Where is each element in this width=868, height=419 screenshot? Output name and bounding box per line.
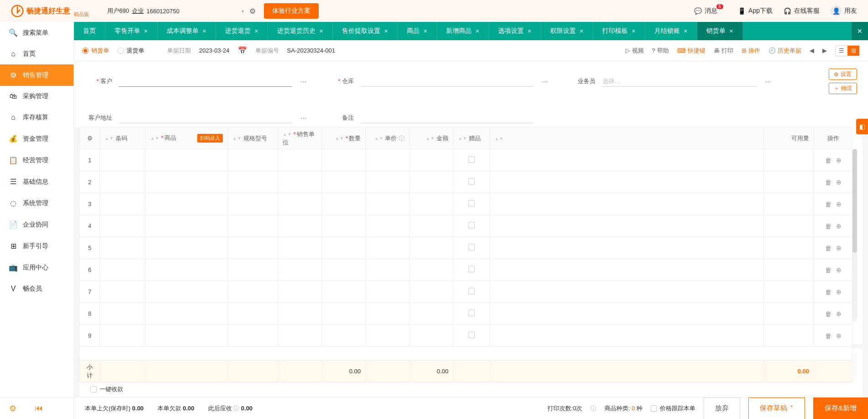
next-doc-button[interactable]: ▶ <box>822 47 827 54</box>
settings-icon[interactable]: ⚙ <box>9 403 16 414</box>
add-row-icon[interactable]: ⊕ <box>836 310 842 318</box>
tab-retail[interactable]: 零售开单✕ <box>105 22 158 40</box>
tab-price-extract[interactable]: 售价提取设置✕ <box>333 22 398 40</box>
close-icon[interactable]: ✕ <box>144 28 148 34</box>
gift-checkbox[interactable] <box>468 288 475 294</box>
table-row[interactable]: 4🗑⊕ <box>80 215 852 237</box>
customer-input[interactable] <box>119 76 292 87</box>
settings-button[interactable]: ⚙设置 <box>829 69 857 80</box>
gift-checkbox[interactable] <box>468 222 475 228</box>
save-and-new-button[interactable]: 保存&新增 <box>813 398 868 419</box>
sort-icon[interactable]: ▲▼ <box>335 137 344 140</box>
add-row-icon[interactable]: ⊕ <box>836 223 842 230</box>
tab-home[interactable]: 首页 <box>74 22 105 40</box>
scan-button[interactable]: 扫码录入 <box>197 134 223 143</box>
sidebar-item-system[interactable]: ◌系统管理 <box>0 192 74 214</box>
trash-icon[interactable]: 🗑 <box>825 201 831 208</box>
sidebar-item-sales[interactable]: ⚙销售管理 <box>0 64 74 86</box>
salesperson-input[interactable] <box>602 76 757 87</box>
sidebar-item-collab[interactable]: 📄企业协同 <box>0 214 74 235</box>
radio-sales-order[interactable]: 销货单 <box>82 47 109 55</box>
tenant-select[interactable]: 用户690企业1660120750 ▾ <box>107 7 244 15</box>
trash-icon[interactable]: 🗑 <box>825 266 831 274</box>
gift-checkbox[interactable] <box>468 156 475 163</box>
sidebar-item-home[interactable]: ⌂首页 <box>0 43 74 64</box>
ops-link[interactable]: ⊞ 操作 <box>742 47 760 55</box>
industry-cta-button[interactable]: 体验行业方案 <box>264 3 319 19</box>
add-row-icon[interactable]: ⊕ <box>836 179 842 186</box>
app-download-link[interactable]: 📱App下载 <box>738 7 773 15</box>
col-spec[interactable]: ▲▼规格型号 <box>228 127 278 149</box>
user-menu[interactable]: 👤用友 <box>831 5 857 16</box>
sort-icon[interactable]: ▲▼ <box>150 137 159 140</box>
table-row[interactable]: 5🗑⊕ <box>80 237 852 259</box>
tab-product[interactable]: 商品✕ <box>398 22 437 40</box>
collapse-icon[interactable]: ⏮ <box>35 403 43 414</box>
sidebar-item-appcenter[interactable]: 📺应用中心 <box>0 257 74 278</box>
lookup-icon[interactable]: ⋯ <box>299 78 308 85</box>
date-value[interactable]: 2023-03-24 <box>199 47 230 54</box>
gift-checkbox[interactable] <box>468 178 475 185</box>
table-row[interactable]: 9🗑⊕ <box>80 325 852 347</box>
lookup-icon[interactable]: ⋯ <box>763 78 773 85</box>
logistics-button[interactable]: ＋物流 <box>829 83 857 94</box>
trash-icon[interactable]: 🗑 <box>825 223 831 230</box>
sidebar-item-purchase[interactable]: 🛍采购管理 <box>0 86 74 107</box>
grid-view-icon[interactable]: ⊞ <box>847 46 859 56</box>
discard-button[interactable]: 放弃 <box>704 398 740 419</box>
gift-checkbox[interactable] <box>468 310 475 316</box>
close-icon[interactable]: ✕ <box>384 28 388 34</box>
list-view-icon[interactable]: ☰ <box>836 46 847 56</box>
col-qty[interactable]: ▲▼数量 <box>322 127 366 149</box>
gift-checkbox[interactable] <box>468 266 475 272</box>
sidebar-item-inventory[interactable]: ⌂库存核算 <box>0 107 74 128</box>
sidebar-item-basic[interactable]: ☰基础信息 <box>0 171 74 192</box>
gift-checkbox[interactable] <box>468 244 475 250</box>
save-draft-button[interactable]: 保存草稿˄ <box>748 398 805 419</box>
col-price[interactable]: ▲▼单价 ⓘ <box>366 127 410 149</box>
right-floating-tab[interactable]: ◧ <box>856 119 868 134</box>
gear-icon[interactable]: ⚙ <box>249 7 256 16</box>
table-row[interactable]: 7🗑⊕ <box>80 281 852 303</box>
table-row[interactable]: 8🗑⊕ <box>80 303 852 325</box>
close-icon[interactable]: ✕ <box>527 28 531 34</box>
collect-checkbox[interactable] <box>90 386 97 392</box>
trash-icon[interactable]: 🗑 <box>825 310 831 318</box>
info-icon[interactable]: ⓘ <box>590 404 596 413</box>
sort-icon[interactable]: ▲▼ <box>458 137 467 140</box>
sidebar-item-guide[interactable]: ⊞新手引导 <box>0 235 74 257</box>
close-icon[interactable]: ✕ <box>254 28 258 34</box>
tab-return-history[interactable]: 进货退货历史✕ <box>268 22 333 40</box>
vertical-scrollbar[interactable] <box>852 149 857 322</box>
close-icon[interactable]: ✕ <box>202 28 206 34</box>
col-barcode[interactable]: ▲▼条码 <box>100 127 146 149</box>
trash-icon[interactable]: 🗑 <box>825 244 831 252</box>
print-link[interactable]: 🖶 打印 <box>714 47 733 55</box>
tab-month-lock[interactable]: 月结锁账✕ <box>645 22 697 40</box>
history-link[interactable]: 🕘 历史单据 <box>768 47 801 55</box>
close-all-tabs[interactable]: ✕ <box>852 22 868 40</box>
tab-print-template[interactable]: 打印模板✕ <box>593 22 645 40</box>
col-amount[interactable]: ▲▼金额 <box>410 127 453 149</box>
tab-permissions[interactable]: 权限设置✕ <box>541 22 593 40</box>
tab-cost[interactable]: 成本调整单✕ <box>158 22 216 40</box>
scrollbar-thumb[interactable] <box>852 149 857 253</box>
view-toggle[interactable]: ☰⊞ <box>835 45 860 56</box>
sidebar-item-search[interactable]: 🔍搜索菜单 <box>0 22 74 43</box>
sort-icon[interactable]: ▲▼ <box>105 137 114 140</box>
close-icon[interactable]: ✕ <box>631 28 636 34</box>
sort-icon[interactable]: ▲▼ <box>426 137 435 140</box>
info-icon[interactable]: ⓘ <box>233 405 239 412</box>
add-row-icon[interactable]: ⊕ <box>836 266 842 274</box>
add-row-icon[interactable]: ⊕ <box>836 244 842 252</box>
calendar-icon[interactable]: 📅 <box>238 46 247 55</box>
close-icon[interactable]: ✕ <box>423 28 427 34</box>
table-row[interactable]: 6🗑⊕ <box>80 259 852 281</box>
prev-doc-button[interactable]: ◀ <box>810 47 814 54</box>
trash-icon[interactable]: 🗑 <box>825 157 831 164</box>
col-product[interactable]: ▲▼商品扫码录入 <box>146 127 228 149</box>
sort-icon[interactable]: ▲▼ <box>494 138 504 140</box>
tab-return[interactable]: 进货退货✕ <box>216 22 268 40</box>
col-gear[interactable]: ⚙ <box>80 127 100 149</box>
add-row-icon[interactable]: ⊕ <box>836 288 842 296</box>
